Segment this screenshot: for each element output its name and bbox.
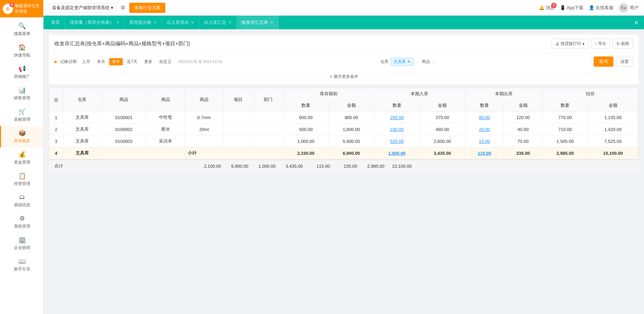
tab-close-icon[interactable]: ✕ xyxy=(191,20,194,25)
goods-label: 商品 xyxy=(422,59,430,65)
sidebar-item-purchase[interactable]: 🛒 采购管理 xyxy=(0,104,43,126)
expand-more-conditions-button[interactable]: ∨ 展开更多条件 xyxy=(329,74,358,80)
tab-close-icon[interactable]: ✕ xyxy=(116,20,119,25)
tab-home[interactable]: 首页 xyxy=(46,16,65,29)
row2-department xyxy=(253,123,283,135)
date-btn-custom[interactable]: 自定义 xyxy=(156,58,174,65)
subtotal-opening-amount: 6,900.00 xyxy=(329,147,374,159)
th-project: 项目 xyxy=(223,88,253,112)
row3-period-in-qty[interactable]: 520.00 xyxy=(374,135,420,147)
chevron-down-icon: ▾ xyxy=(582,42,584,46)
sidebar-item-operation[interactable]: 📋 经营管理 xyxy=(0,169,43,190)
refresh-button[interactable]: ↻ 刷新 xyxy=(613,39,633,49)
row2-project xyxy=(223,123,253,135)
tab-close-icon[interactable]: ✕ xyxy=(270,20,274,25)
logo-icon: 6 6 xyxy=(3,4,13,14)
export-icon: ↑ xyxy=(595,42,597,46)
tab-in-out-flow[interactable]: 出入库流水 ✕ xyxy=(162,16,199,29)
sidebar-item-inventory[interactable]: 📦 库存核算 xyxy=(0,126,43,147)
online-service-item[interactable]: 👤 在线客服 xyxy=(589,5,613,11)
row1-department xyxy=(253,112,283,123)
date-label: 记账日期 xyxy=(60,59,77,65)
row2-period-in-qty[interactable]: 230.00 xyxy=(374,123,420,135)
row3-product-spec xyxy=(185,135,223,147)
content-area: 收发存汇总表(按仓库+商品编码+商品+规格型号+项目+部门) 🖨 拣货版打印 ▾… xyxy=(44,29,644,314)
row1-period-in-qty[interactable]: 250.00 xyxy=(374,112,420,123)
sidebar-item-newbie[interactable]: 📖 新手引导 xyxy=(0,254,43,276)
sidebar-item-marketing[interactable]: 📢 营销推广 xyxy=(0,62,43,83)
sidebar: 6 6 畅捷通好生意 标准版 🔍 搜索菜单 🏠 快捷导航 📢 营销推广 📊 销售… xyxy=(0,0,44,314)
tab-inventory-dist[interactable]: 现存量（库存分布表） ✕ xyxy=(65,16,125,29)
row3-product-code: 0100003 xyxy=(101,135,147,147)
enterprise-icon: 🏢 xyxy=(18,236,26,244)
subtotal-closing-qty: 2,985.00 xyxy=(542,147,588,159)
subtotal-period-in-qty[interactable]: 1,000.00 xyxy=(374,147,420,159)
sidebar-item-enterprise[interactable]: 🏢 企业协同 xyxy=(0,233,43,254)
row3-period-out-qty[interactable]: 15.00 xyxy=(465,135,504,147)
chevron-down-icon: ▾ xyxy=(111,5,113,10)
tab-batch-ledger[interactable]: 库存批次账 ✕ xyxy=(125,16,162,29)
sidebar-item-basic[interactable]: 🗂 基础信息 xyxy=(0,190,43,211)
row2-closing-qty: 710.00 xyxy=(542,123,588,135)
user-name-label: 用户 xyxy=(630,5,639,11)
sidebar-item-system[interactable]: ⚙ 系统管理 xyxy=(0,211,43,233)
table-row: 1 文具库 0100001 中性笔 0.7mm 600.00 900.00 25… xyxy=(49,112,638,123)
setting-button[interactable]: 设置 xyxy=(616,57,633,67)
row1-opening-amount: 900.00 xyxy=(329,112,374,123)
date-btn-last-month[interactable]: 上月 xyxy=(79,58,93,65)
sidebar-item-label: 企业协同 xyxy=(14,245,30,251)
row1-period-in-amount: 375.00 xyxy=(419,112,465,123)
th-period-out-qty: 数量 xyxy=(465,100,504,112)
sidebar-item-quick-nav[interactable]: 🏠 快捷导航 xyxy=(0,40,43,62)
tab-in-out-summary[interactable]: 出入库汇总 ✕ xyxy=(199,16,237,29)
row2-opening-qty: 500.00 xyxy=(283,123,329,135)
th-settings[interactable]: ⚙ xyxy=(49,88,63,112)
query-button[interactable]: 查询 xyxy=(594,56,613,67)
app-download-label: App下载 xyxy=(567,5,583,11)
warehouse-filter: 仓库 文具库 ✕ ... xyxy=(380,58,419,66)
row2-product-name: 胶水 xyxy=(147,123,185,135)
tab-recv-send-summary[interactable]: 收发存汇总表 ✕ xyxy=(237,16,279,29)
row1-period-out-qty[interactable]: 80.00 xyxy=(465,112,504,123)
tab-bar-close-icon[interactable]: ✕ xyxy=(631,19,641,26)
th-closing-amount: 金额 xyxy=(588,100,638,112)
subtotal-period-out-amount: 235.00 xyxy=(504,147,543,159)
sidebar-item-label: 销售管理 xyxy=(14,95,30,101)
goods-more-btn[interactable]: ... xyxy=(432,59,435,64)
date-btn-more[interactable]: 更多 xyxy=(142,58,155,65)
warehouse-more-btn[interactable]: ... xyxy=(416,59,419,64)
system-selector[interactable]: 装备及固定资产辅助管理系统 ▾ xyxy=(49,3,116,13)
print-button[interactable]: 🖨 拣货版打印 ▾ xyxy=(551,39,588,49)
date-btn-last-7[interactable]: 近7天 xyxy=(124,58,140,65)
footer-label: 合计 xyxy=(54,163,197,169)
th-product-name: 商品 xyxy=(147,88,185,112)
filter-expand-icon[interactable]: ▶ xyxy=(54,59,57,64)
settings-gear-icon[interactable]: ⚙ xyxy=(120,4,125,11)
table-row: 3 文具库 0100003 采访本 1,000.00 5,000.00 520.… xyxy=(49,135,638,147)
subtotal-period-out-qty[interactable]: 115.00 xyxy=(465,147,504,159)
date-btn-this-month[interactable]: 本月 xyxy=(94,58,108,65)
sidebar-item-finance[interactable]: 💰 资金管理 xyxy=(0,147,43,169)
notification-item[interactable]: 🔔 消息 6 xyxy=(539,5,555,11)
th-opening-qty: 数量 xyxy=(283,100,329,112)
column-settings-icon[interactable]: ⚙ xyxy=(54,97,59,103)
export-button[interactable]: ↑ 导出 xyxy=(591,39,610,49)
sidebar-item-search[interactable]: 🔍 搜索菜单 xyxy=(0,19,43,40)
table-subtotal-row: 4 文具库 小计 2,100.00 6,900.00 1,000.00 3,43… xyxy=(49,147,638,159)
row2-period-out-qty[interactable]: 20.00 xyxy=(465,123,504,135)
tag-close-icon[interactable]: ✕ xyxy=(407,59,411,64)
trial-button[interactable]: 体验行业方案 xyxy=(129,3,165,13)
row3-period-in-amount: 2,600.00 xyxy=(419,135,465,147)
sidebar-item-sales[interactable]: 📊 销售管理 xyxy=(0,83,43,104)
date-btn-this-year[interactable]: 本年 xyxy=(109,58,123,65)
user-item[interactable]: Ea 用户 xyxy=(619,3,639,13)
tab-close-icon[interactable]: ✕ xyxy=(153,20,157,25)
th-product-code: 商品 xyxy=(101,88,147,112)
sidebar-item-label: 经营管理 xyxy=(14,181,30,187)
row1-opening-qty: 600.00 xyxy=(283,112,329,123)
tab-close-icon[interactable]: ✕ xyxy=(228,20,232,25)
sidebar-item-label: 系统管理 xyxy=(14,224,30,229)
app-download-item[interactable]: 📱 App下载 xyxy=(560,5,583,11)
warehouse-tag[interactable]: 文具库 ✕ xyxy=(391,58,414,66)
footer-period-out-qty: 115.00 xyxy=(306,164,333,169)
